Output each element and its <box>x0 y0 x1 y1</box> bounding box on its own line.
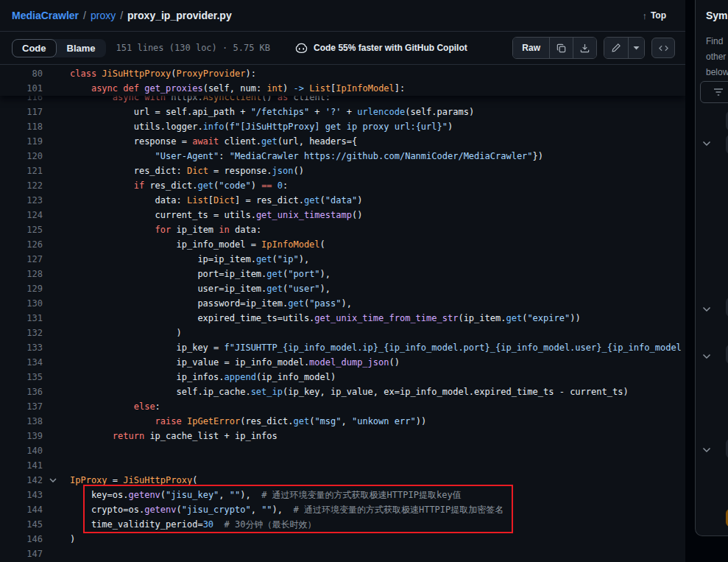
gutter-spacer <box>43 547 70 561</box>
copilot-banner[interactable]: Code 55% faster with GitHub Copilot <box>295 42 467 55</box>
code-line: 137 else: <box>0 399 685 414</box>
line-number[interactable]: 137 <box>0 399 43 414</box>
line-number[interactable]: 119 <box>0 134 43 149</box>
code-text: class JiSuHttpProxy(ProxyProvider): <box>70 66 256 81</box>
code-line: 144 crypto=os.getenv("jisu_crypto", ""),… <box>0 502 685 517</box>
line-number[interactable]: 145 <box>0 517 43 532</box>
symbols-filter-input[interactable] <box>700 81 728 103</box>
line-number[interactable]: 123 <box>0 193 43 208</box>
line-number[interactable]: 143 <box>0 488 43 502</box>
chevron-down-icon[interactable] <box>702 443 713 453</box>
line-number[interactable]: 135 <box>0 370 43 384</box>
caret-down-icon[interactable] <box>628 38 644 58</box>
gutter-spacer <box>43 281 70 296</box>
line-number[interactable]: 131 <box>0 311 43 326</box>
code-line: 119 response = await client.get(url, hea… <box>0 134 685 149</box>
line-number[interactable]: 118 <box>0 119 43 134</box>
code-text: user=ip_item.get("user"), <box>70 281 331 296</box>
tab-code[interactable]: Code <box>12 39 57 57</box>
file-view-main: MediaCrawler / proxy / proxy_ip_provider… <box>0 0 685 562</box>
line-number[interactable]: 132 <box>0 326 43 340</box>
code-line: 117 url = self.api_path + "/fetchips" + … <box>0 105 685 119</box>
line-number[interactable]: 117 <box>0 105 43 119</box>
line-number[interactable]: 129 <box>0 281 43 296</box>
code-line: 142IpProxy = JiSuHttpProxy( <box>0 473 685 488</box>
line-number[interactable]: 141 <box>0 458 43 473</box>
line-number[interactable]: 139 <box>0 429 43 443</box>
code-text: ) <box>70 532 75 547</box>
code-line: 133 ip_key = f"JISUHTTP_{ip_info_model.i… <box>0 340 685 355</box>
code-line: 146) <box>0 532 685 547</box>
line-number[interactable]: 120 <box>0 149 43 164</box>
line-number[interactable]: 142 <box>0 473 43 488</box>
code-line: 135 ip_infos.append(ip_info_model) <box>0 370 685 384</box>
line-number[interactable]: 136 <box>0 384 43 399</box>
tab-blame[interactable]: Blame <box>57 39 106 57</box>
raw-button[interactable]: Raw <box>513 38 549 58</box>
breadcrumb-dir-link[interactable]: proxy <box>91 10 116 21</box>
code-line: 130 password=ip_item.get("pass"), <box>0 296 685 311</box>
code-line: 123 data: List[Dict] = res_dict.get("dat… <box>0 193 685 208</box>
code-line: 141 <box>0 458 685 473</box>
gutter-spacer <box>43 370 70 384</box>
code-text: response = await client.get(url, headers… <box>70 134 357 149</box>
code-line: 127 ip=ip_item.get("ip"), <box>0 252 685 267</box>
line-number[interactable]: 130 <box>0 296 43 311</box>
line-number[interactable]: 125 <box>0 222 43 237</box>
code-line: 145 time_validity_period=30 # 30分钟（最长时效） <box>0 517 685 532</box>
code-symbols-icon[interactable] <box>651 38 675 58</box>
line-number[interactable]: 138 <box>0 414 43 429</box>
scroll-to-top-label: Top <box>651 10 666 21</box>
code-text: ip=ip_item.get("ip"), <box>70 252 309 267</box>
gutter-spacer <box>43 119 70 134</box>
code-text: res_dict: Dict = response.json() <box>70 164 304 178</box>
breadcrumb-separator: / <box>83 10 86 21</box>
edit-pencil-icon[interactable] <box>604 38 628 58</box>
sticky-context-lines: 80class JiSuHttpProxy(ProxyProvider):101… <box>0 66 685 96</box>
code-text: if res_dict.get("code") == 0: <box>70 178 288 193</box>
line-number[interactable]: 127 <box>0 252 43 267</box>
gutter-spacer <box>43 399 70 414</box>
line-number[interactable]: 124 <box>0 208 43 222</box>
line-number[interactable]: 121 <box>0 164 43 178</box>
line-number[interactable]: 80 <box>0 66 43 81</box>
gutter-spacer <box>43 355 70 370</box>
code-text: utils.logger.info(f"[JiSuHttpProxy] get … <box>70 119 453 134</box>
gutter-spacer <box>43 502 70 517</box>
code-line: 120 "User-Agent": "MediaCrawler https://… <box>0 149 685 164</box>
line-number[interactable]: 133 <box>0 340 43 355</box>
filter-funnel-icon <box>713 88 724 96</box>
breadcrumb-repo-link[interactable]: MediaCrawler <box>12 10 79 21</box>
scroll-to-top-button[interactable]: ↑ Top <box>642 10 666 21</box>
chevron-down-icon[interactable] <box>702 136 713 147</box>
code-text: ip_key = f"JISUHTTP_{ip_info_model.ip}_{… <box>70 340 682 355</box>
line-number[interactable]: 140 <box>0 443 43 458</box>
gutter-spacer <box>43 296 70 311</box>
chevron-down-icon[interactable] <box>702 349 713 359</box>
line-number[interactable]: 101 <box>0 81 43 96</box>
line-number[interactable]: 122 <box>0 178 43 193</box>
file-meta-info: 151 lines (130 loc) · 5.75 KB <box>116 43 271 53</box>
line-number[interactable]: 126 <box>0 237 43 252</box>
gutter-spacer <box>43 237 70 252</box>
download-icon[interactable] <box>573 38 596 58</box>
code-text: current_ts = utils.get_unix_timestamp() <box>70 208 362 222</box>
line-number[interactable]: 146 <box>0 532 43 547</box>
gutter-spacer <box>43 311 70 326</box>
toolbar-actions: Raw <box>512 37 675 59</box>
line-number[interactable]: 144 <box>0 502 43 517</box>
copy-icon[interactable] <box>549 38 573 58</box>
fold-toggle-icon[interactable] <box>43 473 70 488</box>
code-text: raise IpGetError(res_dict.get("msg", "un… <box>70 414 426 429</box>
chevron-down-icon[interactable] <box>702 302 713 312</box>
code-text: port=ip_item.get("port"), <box>70 267 331 281</box>
gutter-spacer <box>43 443 70 458</box>
gutter-spacer <box>43 81 70 96</box>
gutter-spacer <box>43 178 70 193</box>
line-number[interactable]: 128 <box>0 267 43 281</box>
line-number[interactable]: 134 <box>0 355 43 370</box>
code-text: key=os.getenv("jisu_key", ""), # 通过环境变量的… <box>70 488 462 502</box>
code-text: password=ip_item.get("pass"), <box>70 296 352 311</box>
file-toolbar: Code Blame 151 lines (130 loc) · 5.75 KB… <box>0 32 685 65</box>
line-number[interactable]: 147 <box>0 547 43 561</box>
